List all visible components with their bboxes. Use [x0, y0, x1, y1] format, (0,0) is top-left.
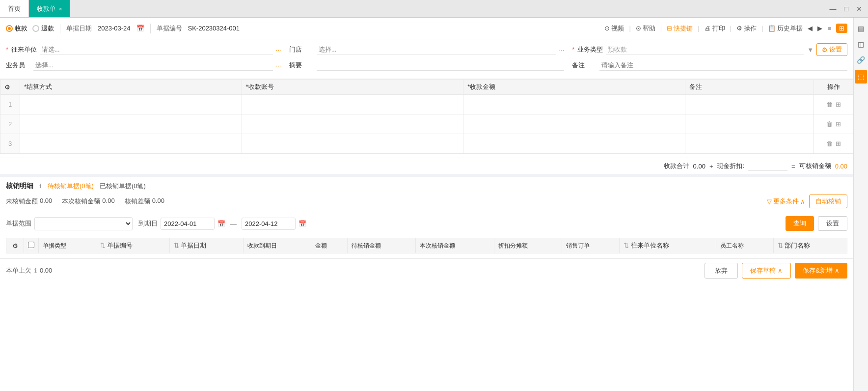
account-cell-3[interactable] [242, 134, 463, 154]
action-link[interactable]: ⚙ 操作 [736, 24, 757, 33]
panel-icon-1[interactable]: ▤ [856, 23, 866, 34]
calendar-from-icon[interactable]: 📅 [217, 220, 225, 227]
video-link[interactable]: ⊙ 视频 [604, 24, 624, 33]
reconcile-section: 核销明细 ℹ 待核销单据(0笔) 已核销单据(0笔) 未核销金额 0.00 本次… [0, 174, 853, 258]
range-select[interactable] [34, 217, 133, 230]
completed-tab[interactable]: 已核销单据(0笔) [100, 182, 146, 191]
copy-icon-3[interactable]: ⊞ [836, 140, 841, 147]
date-to-input[interactable] [242, 218, 296, 230]
help-link[interactable]: ⊙ 帮助 [636, 24, 655, 33]
maximize-button[interactable]: □ [842, 5, 850, 13]
note-cell-1[interactable] [685, 95, 814, 114]
amount-cell-1[interactable] [463, 95, 685, 114]
divider1 [60, 24, 60, 33]
delete-icon-3[interactable]: 🗑 [826, 140, 833, 147]
panel-icon-2[interactable]: ◫ [856, 38, 866, 50]
store-input[interactable] [317, 44, 556, 55]
remark-input[interactable] [599, 60, 847, 71]
video-icon: ⊙ [604, 25, 610, 32]
draft-arrow-icon: ∧ [778, 267, 783, 274]
save-draft-button[interactable]: 保存草稿 ∧ [742, 263, 791, 279]
radio-refund-label: 退款 [41, 24, 54, 33]
nav-next[interactable]: ▶ [817, 25, 822, 32]
discount-input[interactable] [748, 161, 787, 171]
calendar-to-icon[interactable]: 📅 [298, 220, 306, 227]
footer: 本单上欠 ℹ 0.00 放弃 保存草稿 ∧ 保存&新增 ∧ [0, 258, 853, 282]
summary-input[interactable] [317, 60, 565, 71]
radio-receipt[interactable]: 收款 [6, 24, 27, 33]
bottom-table: ⚙ 单据类型 ⇅ 单据编号 [6, 238, 847, 253]
business-type-input[interactable] [606, 44, 804, 55]
set-button[interactable]: 设置 [818, 216, 847, 231]
view-grid-icon[interactable]: ⊞ [836, 24, 847, 33]
tab-close-icon[interactable]: × [59, 6, 62, 12]
col-current-write-header: 本次核销金额 [415, 238, 494, 253]
print-icon: 🖨 [705, 25, 711, 32]
auto-reconcile-button[interactable]: 自动核销 [809, 195, 847, 208]
settlement-cell-1[interactable] [20, 95, 242, 114]
diff-meta: 核销差额 0.00 [125, 197, 164, 206]
note-cell-3[interactable] [685, 134, 814, 154]
summary-label: 摘要 [289, 61, 314, 70]
tab-receipt[interactable]: 收款单 × [29, 0, 70, 17]
date-from-input[interactable] [161, 218, 215, 230]
select-all-checkbox[interactable] [28, 242, 34, 248]
col-gear-header[interactable]: ⚙ [0, 80, 20, 95]
settlement-cell-2[interactable] [20, 114, 242, 134]
date-field: 到期日 📅 — 📅 [138, 218, 306, 230]
query-button[interactable]: 查询 [786, 216, 814, 231]
radio-refund[interactable]: 退款 [32, 24, 54, 33]
amount-cell-2[interactable] [463, 114, 685, 134]
account-cell-2[interactable] [242, 114, 463, 134]
bottom-gear-header[interactable]: ⚙ [6, 238, 24, 253]
pending-tab[interactable]: 待核销单据(0笔) [48, 182, 94, 191]
reconcile-meta-right: ▽ 更多条件 ∧ 自动核销 [767, 195, 847, 208]
bottom-check-header [24, 238, 39, 253]
nav-prev[interactable]: ◀ [808, 25, 813, 32]
discard-button[interactable]: 放弃 [705, 263, 738, 279]
view-list-icon[interactable]: ≡ [827, 25, 831, 32]
data-table: ⚙ *结算方式 *收款账号 *收款金额 [0, 79, 853, 154]
diff-value: 0.00 [152, 197, 164, 206]
more-conditions-link[interactable]: ▽ 更多条件 ∧ [767, 197, 805, 206]
counterpart-input[interactable] [40, 44, 273, 55]
action-cell-1: 🗑 ⊞ [814, 95, 853, 114]
history-icon: 📋 [768, 25, 776, 32]
delete-icon-2[interactable]: 🗑 [826, 120, 833, 128]
history-link[interactable]: 📋 历史单据 [768, 24, 803, 33]
panel-icon-4[interactable]: ⬚ [855, 70, 867, 84]
business-type-dropdown-icon[interactable]: ▼ [807, 46, 814, 54]
amount-cell-3[interactable] [463, 134, 685, 154]
copy-icon-2[interactable]: ⊞ [836, 120, 841, 128]
counterpart-more-icon[interactable]: ··· [276, 46, 281, 54]
col-action-header: 操作 [814, 80, 853, 95]
col-amount-header: 金额 [311, 238, 348, 253]
panel-icon-3[interactable]: 🔗 [855, 54, 867, 66]
date-icon[interactable]: 📅 [136, 25, 144, 32]
minimize-button[interactable]: — [828, 5, 839, 13]
counterpart-field: * 往来单位 ··· [6, 44, 281, 55]
total-value: 0.00 [693, 163, 705, 170]
save-new-button[interactable]: 保存&新增 ∧ [795, 263, 847, 279]
table-row: 1 🗑 ⊞ [0, 95, 853, 114]
tab-home[interactable]: 首页 [0, 0, 29, 17]
setting-button[interactable]: ⚙ 设置 [816, 43, 847, 56]
remark-field: 备注 [572, 60, 847, 71]
reconcile-info-icon[interactable]: ℹ [39, 183, 42, 190]
delete-icon-1[interactable]: 🗑 [826, 101, 833, 108]
account-cell-1[interactable] [242, 95, 463, 114]
shortcut-link[interactable]: ⊟ 快捷键 [667, 24, 693, 33]
range-label: 单据范围 [6, 219, 31, 228]
business-type-field: * 业务类型 ▼ ⚙ 设置 [572, 43, 847, 56]
radio-receipt-label: 收款 [15, 24, 27, 33]
note-cell-2[interactable] [685, 114, 814, 134]
local-info-icon[interactable]: ℹ [34, 267, 37, 274]
store-more-icon[interactable]: ··· [559, 46, 565, 54]
salesperson-more-icon[interactable]: ··· [276, 62, 281, 69]
store-field: 门店 ··· [289, 44, 565, 55]
salesperson-input[interactable] [33, 60, 273, 71]
close-button[interactable]: ✕ [854, 5, 864, 13]
settlement-cell-3[interactable] [20, 134, 242, 154]
print-link[interactable]: 🖨 打印 [705, 24, 725, 33]
copy-icon-1[interactable]: ⊞ [836, 101, 841, 108]
